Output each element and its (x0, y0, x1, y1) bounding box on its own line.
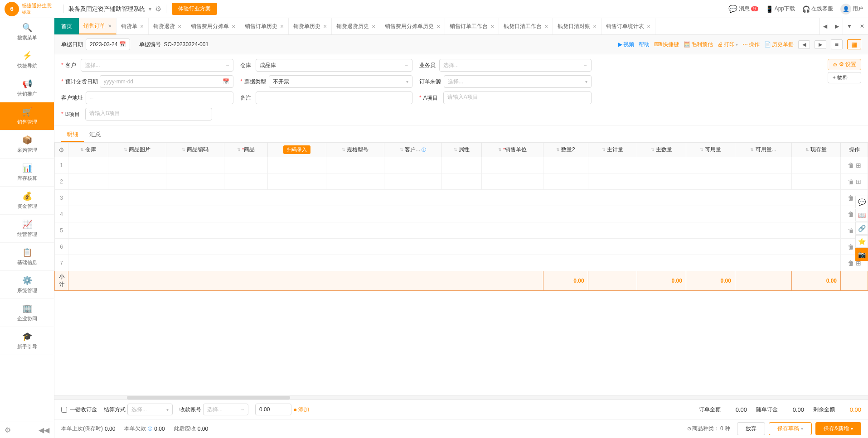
col-spec-header[interactable]: ⇅ 规格型号 (326, 143, 384, 157)
sidebar-item-marketing[interactable]: 📢 营销推广 (0, 74, 54, 102)
account-select[interactable]: 选择... ··· (203, 404, 248, 415)
tab-sales-returns-close[interactable]: ✕ (140, 24, 144, 29)
one-click-order-checkbox[interactable] (61, 407, 67, 413)
tab-order-history-close[interactable]: ✕ (280, 24, 284, 29)
customer-address-input[interactable]: ··· (86, 91, 233, 104)
sidebar-item-system[interactable]: ⚙️ 系统管理 (0, 271, 54, 299)
tab-returns-history[interactable]: 销货单历史 ✕ (289, 18, 332, 34)
header-prev-button[interactable]: ◀ (798, 40, 810, 49)
a-project-input[interactable]: 请输入A项目 (443, 91, 592, 104)
tab-sales-refund-close[interactable]: ✕ (178, 24, 181, 29)
col-available2-header[interactable]: ⇅ 可用量... (735, 143, 791, 157)
sidebar-item-search[interactable]: 🔍 搜索菜单 (0, 18, 54, 46)
scroll-bar-area[interactable] (54, 395, 868, 399)
row-delete-icon[interactable]: 🗑 (848, 162, 854, 169)
row-delete-icon[interactable]: 🗑 (848, 194, 854, 202)
row-delete-icon[interactable]: 🗑 (848, 243, 854, 250)
delivery-date-input[interactable]: yyyy-mm-dd 📅 (100, 75, 233, 88)
row-delete-icon[interactable]: 🗑 (848, 260, 854, 267)
user-item[interactable]: 👤 用户 (840, 4, 863, 14)
customer-input[interactable]: 选择... ··· (81, 59, 233, 72)
system-title-dropdown-icon[interactable]: ▾ (149, 6, 151, 12)
header-next-button[interactable]: ▶ (815, 40, 826, 49)
industry-solution-button[interactable]: 体验行业方案 (172, 3, 217, 15)
sidebar-item-guide[interactable]: 🎓 新手引导 (0, 327, 54, 355)
tab-sales-stats-close[interactable]: ✕ (647, 24, 650, 29)
add-material-button[interactable]: + 物料 (828, 72, 861, 83)
row-delete-icon[interactable]: 🗑 (848, 227, 854, 234)
sidebar-item-purchase[interactable]: 📦 采购管理 (0, 130, 54, 159)
col-product-header[interactable]: ⇅ *商品 (224, 143, 267, 157)
col-product-img-header[interactable]: ⇅ 商品图片 (108, 143, 166, 157)
settings-button[interactable]: ⚙ ⚙ 设置 (828, 59, 861, 70)
sidebar-item-quick-nav[interactable]: ⚡ 快捷导航 (0, 46, 54, 74)
tab-cash-reconcile-close[interactable]: ✕ (593, 24, 596, 29)
tab-sales-order-close[interactable]: ✕ (108, 24, 112, 29)
sidebar-item-inventory[interactable]: 📊 库存核算 (0, 159, 54, 187)
tab-sales-refund[interactable]: 销货退货 ✕ (149, 18, 186, 34)
tab-cash-workbench[interactable]: 钱货日清工作台 ✕ (499, 18, 553, 34)
tab-expense-split-close[interactable]: ✕ (232, 24, 235, 29)
operations-link[interactable]: ⋯ 操作 (742, 41, 760, 48)
right-icon-chat[interactable]: 💬 (855, 196, 868, 208)
tab-more-button[interactable]: ▼ (843, 18, 856, 34)
tab-home[interactable]: 首页 (54, 18, 79, 34)
right-icon-link[interactable]: 🔗 (855, 222, 868, 235)
right-icon-book[interactable]: 📖 (855, 209, 868, 221)
tab-cash-reconcile[interactable]: 钱货日清对账 ✕ (553, 18, 601, 34)
sidebar-item-finance[interactable]: 💰 资金管理 (0, 187, 54, 215)
history-link[interactable]: 📄 历史单据 (764, 41, 794, 48)
row-delete-icon[interactable]: 🗑 (848, 178, 854, 185)
save-draft-button[interactable]: 保存草稿▾ (769, 422, 812, 435)
print-link[interactable]: 🖨 打印 ▾ (718, 41, 738, 48)
add-button[interactable]: ● 添加 (293, 406, 309, 414)
col-main-qty-header[interactable]: ⇅ 主数量 (637, 143, 686, 157)
invoice-type-select[interactable]: 不开票 ▾ (269, 75, 412, 88)
notes-input[interactable] (256, 91, 412, 104)
tab-returns-history-close[interactable]: ✕ (323, 24, 327, 29)
detail-tab-summary[interactable]: 汇总 (84, 128, 107, 142)
profit-forecast-link[interactable]: 🧮 毛利预估 (684, 41, 713, 48)
sidebar-item-sales[interactable]: 🛒 销售管理 (0, 102, 54, 130)
tab-refund-history[interactable]: 销货退货历史 ✕ (332, 18, 380, 34)
tab-expense-history[interactable]: 销售费用分摊单历史 ✕ (380, 18, 445, 34)
amount-input[interactable]: 0.00 (255, 404, 291, 415)
settlement-select[interactable]: 选择... ▾ (127, 404, 173, 415)
shortcut-link[interactable]: ⌨ 快捷键 (654, 41, 679, 48)
tab-close-all-button[interactable]: ✕ (856, 18, 868, 34)
sidebar-settings-icon[interactable]: ⚙ (5, 426, 11, 434)
col-attributes-header[interactable]: ⇅ 属性 (442, 143, 482, 157)
online-service-item[interactable]: 🎧 在线客服 (802, 5, 833, 13)
settings-icon[interactable]: ⚙ (155, 5, 161, 13)
col-warehouse-header[interactable]: ⇅ 仓库 (68, 143, 108, 157)
help-link[interactable]: 帮助 (639, 41, 650, 48)
row-delete-icon[interactable]: 🗑 (848, 211, 854, 218)
col-settings-header[interactable]: ⚙ (55, 143, 68, 157)
row-copy-icon[interactable]: ⊞ (856, 178, 861, 185)
warehouse-input[interactable]: 成品库 ··· (256, 59, 412, 72)
sidebar-item-basic-info[interactable]: 📋 基础信息 (0, 243, 54, 271)
tab-next-button[interactable]: ▶ (831, 18, 843, 34)
grid-view-button[interactable]: ▦ (847, 39, 861, 49)
col-sales-unit-header[interactable]: ⇅ *销售单位 (482, 143, 543, 157)
tab-sales-stats[interactable]: 销售订单统计表 ✕ (601, 18, 655, 34)
row-copy-icon[interactable]: ⊞ (856, 162, 861, 169)
col-qty2-header[interactable]: ⇅ 数量2 (543, 143, 588, 157)
sales-rep-input[interactable]: 选择... ··· (439, 59, 592, 72)
messages-item[interactable]: 💬 消息 9 (728, 5, 758, 13)
col-available-header[interactable]: ⇅ 可用量 (686, 143, 735, 157)
list-view-button[interactable]: ≡ (831, 39, 843, 49)
tab-order-history[interactable]: 销售订单历史 ✕ (240, 18, 289, 34)
sidebar-item-enterprise[interactable]: 🏢 企业协同 (0, 299, 54, 327)
tab-expense-history-close[interactable]: ✕ (436, 24, 440, 29)
save-new-button[interactable]: 保存&新增▾ (815, 422, 861, 435)
right-icon-scan[interactable]: 📷 (855, 248, 868, 261)
tab-sales-order[interactable]: 销售订单 ✕ (79, 18, 116, 34)
app-download-item[interactable]: 📱 App下载 (766, 5, 795, 13)
discard-button[interactable]: 放弃 (737, 422, 765, 435)
sidebar-item-operations[interactable]: 📈 经营管理 (0, 215, 54, 243)
col-main-unit-header[interactable]: ⇅ 主计量 (588, 143, 637, 157)
sidebar-collapse-icon[interactable]: ◀◀ (39, 426, 49, 434)
tab-cash-workbench-close[interactable]: ✕ (544, 24, 548, 29)
tab-expense-split[interactable]: 销售费用分摊单 ✕ (186, 18, 240, 34)
